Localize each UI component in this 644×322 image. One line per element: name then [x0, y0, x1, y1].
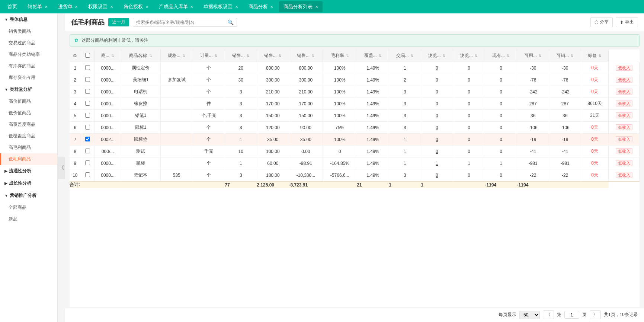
row-checkbox-6[interactable]: [85, 125, 90, 130]
nav-purchase[interactable]: 进货单 ✕: [54, 1, 83, 12]
nav-sales[interactable]: 销货单 ✕: [23, 1, 52, 12]
row-txn-10[interactable]: 0: [421, 169, 453, 182]
row-txn-2[interactable]: 0: [421, 74, 453, 86]
sidebar-group-growth[interactable]: ▶ 成长性分析: [0, 177, 57, 189]
nav-products-close[interactable]: ✕: [190, 5, 193, 9]
nav-permissions[interactable]: 权限设置 ✕: [84, 1, 118, 12]
row-checkbox-8[interactable]: [85, 149, 90, 153]
sidebar-item-capital[interactable]: 库存资金占用: [0, 72, 57, 83]
sidebar-item-high-margin[interactable]: 高毛利商品: [0, 142, 57, 153]
row-txn-5[interactable]: 0: [421, 110, 453, 122]
row-txn-8[interactable]: 0: [421, 146, 453, 157]
th-txn[interactable]: 交易... ⇅: [389, 50, 421, 62]
th-sale-qty[interactable]: 销售... ⇅: [225, 50, 257, 62]
txn-link-2[interactable]: 0: [436, 77, 438, 83]
txn-link-4[interactable]: 0: [436, 101, 438, 106]
nav-sales-close[interactable]: ✕: [45, 5, 48, 9]
th-code[interactable]: 商... ⇅: [94, 50, 121, 62]
th-unit[interactable]: 计量... ⇅: [193, 50, 225, 62]
nav-permissions-close[interactable]: ✕: [110, 5, 113, 9]
txn-link-7[interactable]: 0: [436, 137, 438, 142]
sidebar-group-cluster[interactable]: ▼ 类群堂分析: [0, 83, 57, 96]
row-txn-6[interactable]: 0: [421, 122, 453, 134]
sidebar-item-traded-goods[interactable]: 交易过的商品: [0, 37, 57, 49]
row-cb-4[interactable]: [81, 98, 94, 110]
row-cb-5[interactable]: [81, 110, 94, 122]
row-checkbox-4[interactable]: [85, 101, 90, 106]
row-cb-1[interactable]: [81, 62, 94, 74]
row-txn-7[interactable]: 0: [421, 134, 453, 146]
sidebar-group-overall[interactable]: ▼ 整体信息: [0, 13, 57, 26]
row-checkbox-1[interactable]: [85, 65, 90, 70]
sidebar-collapse-button[interactable]: 《: [58, 157, 65, 179]
nav-analysis-close[interactable]: ✕: [270, 5, 273, 9]
nav-purchase-close[interactable]: ✕: [75, 5, 78, 9]
sidebar-item-new-goods[interactable]: 新品: [0, 213, 57, 225]
txn-link-5[interactable]: 0: [436, 113, 438, 118]
sidebar-group-circulation[interactable]: ▶ 流通性分析: [0, 165, 57, 177]
date-filter-button[interactable]: 近一月: [108, 18, 129, 26]
th-avail[interactable]: 可用... ⇅: [517, 50, 549, 62]
nav-home[interactable]: 首页: [3, 1, 22, 12]
row-checkbox-7[interactable]: [85, 137, 90, 141]
sidebar-item-all-goods[interactable]: 全部商品: [0, 202, 57, 213]
sidebar-item-high-coverage[interactable]: 高覆盖度商品: [0, 119, 57, 130]
th-spec[interactable]: 规格... ⇅: [160, 50, 193, 62]
sidebar-item-high-value[interactable]: 高价值商品: [0, 96, 57, 107]
th-browse2[interactable]: 浏览... ⇅: [453, 50, 485, 62]
row-checkbox-3[interactable]: [85, 89, 90, 94]
th-checkbox[interactable]: [81, 50, 94, 62]
sidebar-item-low-margin[interactable]: 低毛利商品: [0, 153, 57, 165]
row-cb-8[interactable]: [81, 146, 94, 157]
txn-link-1[interactable]: 0: [436, 66, 438, 71]
row-txn-3[interactable]: 0: [421, 86, 453, 98]
th-settings[interactable]: ⚙: [70, 50, 81, 62]
th-sale-amt[interactable]: 销售... ⇅: [257, 50, 289, 62]
th-sale-days[interactable]: 可销... ⇅: [549, 50, 581, 62]
sidebar-item-low-coverage[interactable]: 低覆盖度商品: [0, 130, 57, 142]
txn-link-8[interactable]: 0: [436, 149, 438, 154]
page-number-input[interactable]: [564, 311, 579, 319]
row-checkbox-2[interactable]: [85, 77, 90, 82]
sidebar-item-category-rate[interactable]: 商品分类助销率: [0, 49, 57, 60]
nav-products[interactable]: 产成品入库单 ✕: [154, 1, 198, 12]
txn-link-3[interactable]: 0: [436, 89, 438, 95]
row-cb-7[interactable]: [81, 134, 94, 146]
th-tag[interactable]: 标签 ⇅: [581, 50, 609, 62]
select-all-checkbox[interactable]: [85, 53, 90, 58]
next-page-button[interactable]: 〉: [590, 310, 601, 319]
share-button[interactable]: ⬡ 分享: [590, 17, 613, 27]
search-input[interactable]: [136, 20, 227, 25]
row-cb-3[interactable]: [81, 86, 94, 98]
th-stock[interactable]: 现有... ⇅: [485, 50, 517, 62]
nav-templates-close[interactable]: ✕: [235, 5, 238, 9]
th-browse1[interactable]: 浏览... ⇅: [421, 50, 453, 62]
th-sale-profit[interactable]: 销售... ⇅: [289, 50, 323, 62]
row-cb-6[interactable]: [81, 122, 94, 134]
sidebar-group-marketing[interactable]: ▼ 营销推广分析: [0, 189, 57, 202]
sidebar-item-sales-goods[interactable]: 销售类商品: [0, 26, 57, 37]
nav-analysis-list-close[interactable]: ✕: [315, 5, 318, 9]
nav-templates[interactable]: 单据模板设置 ✕: [199, 1, 243, 12]
th-margin[interactable]: 毛利率 ⇅: [323, 50, 357, 62]
nav-roles-close[interactable]: ✕: [145, 5, 148, 9]
sidebar-item-in-stock[interactable]: 有库存的商品: [0, 60, 57, 72]
row-txn-1[interactable]: 0: [421, 62, 453, 74]
row-cb-9[interactable]: [81, 157, 94, 169]
row-checkbox-9[interactable]: [85, 160, 90, 165]
th-coverage[interactable]: 覆盖... ⇅: [357, 50, 389, 62]
export-button[interactable]: ⬆ 导出: [616, 17, 638, 27]
th-name[interactable]: 商品名称 ⇅: [121, 50, 160, 62]
page-size-select[interactable]: 50 100 200: [519, 311, 540, 319]
search-icon[interactable]: 🔍: [227, 19, 234, 25]
txn-link-10[interactable]: 0: [436, 173, 438, 178]
txn-link-6[interactable]: 0: [436, 125, 438, 130]
nav-roles[interactable]: 角色授权 ✕: [119, 1, 153, 12]
txn-link-9[interactable]: 1: [436, 161, 438, 166]
row-txn-4[interactable]: 0: [421, 98, 453, 110]
row-checkbox-5[interactable]: [85, 113, 90, 118]
prev-page-button[interactable]: 〈: [543, 310, 554, 319]
nav-analysis-list[interactable]: 商品分析列表 ✕: [279, 1, 323, 12]
nav-analysis[interactable]: 商品分析 ✕: [244, 1, 278, 12]
row-checkbox-10[interactable]: [85, 172, 90, 177]
